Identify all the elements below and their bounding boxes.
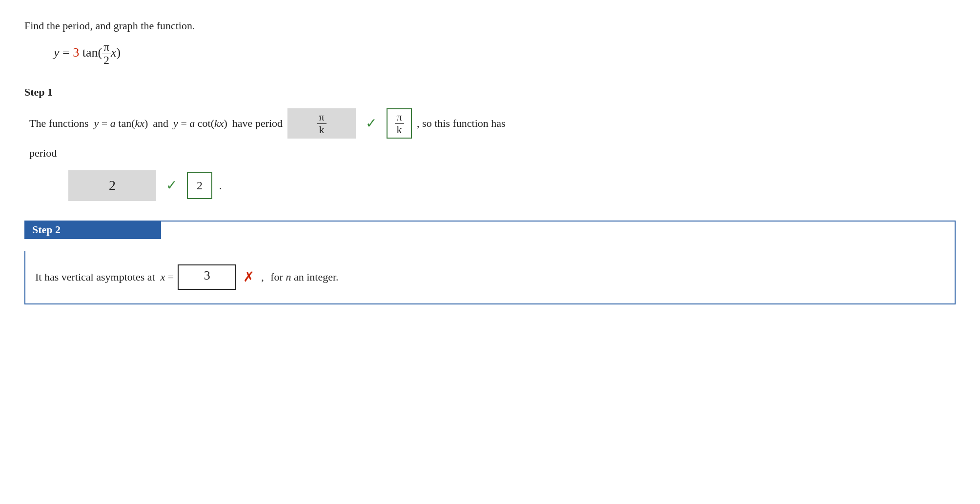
step2-label: Step 2: [24, 221, 161, 239]
step2-section: Step 2 It has vertical asymptotes at x =…: [24, 221, 956, 304]
step2-desc: It has vertical asymptotes at x =: [35, 271, 174, 283]
function-fraction: π 2: [102, 41, 111, 66]
function-tan: tan: [82, 45, 98, 60]
step1-correct-frac-num: π: [395, 111, 404, 123]
step1-period-check-icon: ✓: [166, 173, 177, 198]
fraction-numerator: π: [102, 41, 111, 54]
function-coefficient: 3: [73, 45, 79, 60]
step2-for-text: for n an integer.: [268, 271, 339, 283]
step1-y2: y = a cot(kx): [173, 114, 227, 133]
step1-label: Step 1: [24, 86, 956, 99]
step2-label-bar: Step 2: [24, 221, 956, 251]
step1-period-row: The functions y = a tan(kx) and y = a co…: [29, 108, 956, 138]
step1-desc-start: The functions y = a tan(kx): [29, 114, 148, 133]
step1-dot: .: [219, 176, 222, 196]
step1-period-input-box[interactable]: 2: [68, 170, 156, 201]
step1-have-period: have period: [232, 114, 283, 133]
step2-asymptote-input[interactable]: 3: [178, 264, 236, 290]
step2-asymptote-value: 3: [204, 268, 210, 282]
problem-statement-section: Find the period, and graph the function.…: [24, 20, 956, 66]
step1-input-fraction: π k: [317, 111, 327, 135]
step1-input-frac-num: π: [317, 111, 327, 123]
step2-content: It has vertical asymptotes at x = 3 ✗ , …: [24, 251, 956, 304]
step1-period-correct-box: 2: [187, 172, 212, 199]
step1-section: Step 1 The functions y = a tan(kx) and y…: [24, 86, 956, 201]
function-display: y = 3 tan( π 2 x): [54, 41, 956, 66]
step1-correct-frac-den: k: [395, 124, 404, 136]
period-label: period: [29, 143, 956, 163]
step1-content: The functions y = a tan(kx) and y = a co…: [29, 108, 956, 201]
function-var: x: [111, 45, 117, 60]
step1-period-correct-value: 2: [197, 179, 203, 192]
step1-correct-box: π k: [387, 108, 412, 138]
function-paren-close: ): [117, 45, 121, 60]
step2-asymptote-row: It has vertical asymptotes at x = 3 ✗ , …: [35, 264, 940, 290]
step2-comma: ,: [261, 271, 264, 283]
problem-text: Find the period, and graph the function.: [24, 20, 195, 32]
step2-label-text: Step 2: [32, 223, 61, 236]
function-paren-open: (: [98, 45, 102, 60]
function-y: y =: [54, 45, 73, 60]
step1-period-input[interactable]: π k: [287, 108, 356, 138]
step1-check-icon: ✓: [366, 111, 377, 136]
step2-incorrect-icon: ✗: [243, 269, 254, 285]
step1-period-value: 2: [109, 178, 116, 193]
step1-correct-fraction: π k: [395, 111, 404, 135]
step1-input-frac-den: k: [317, 124, 327, 136]
step1-period-answer-row: 2 ✓ 2 .: [68, 170, 956, 201]
fraction-denominator: 2: [102, 54, 111, 67]
step1-and: and: [153, 114, 168, 133]
step1-so-this: , so this function has: [417, 114, 506, 133]
